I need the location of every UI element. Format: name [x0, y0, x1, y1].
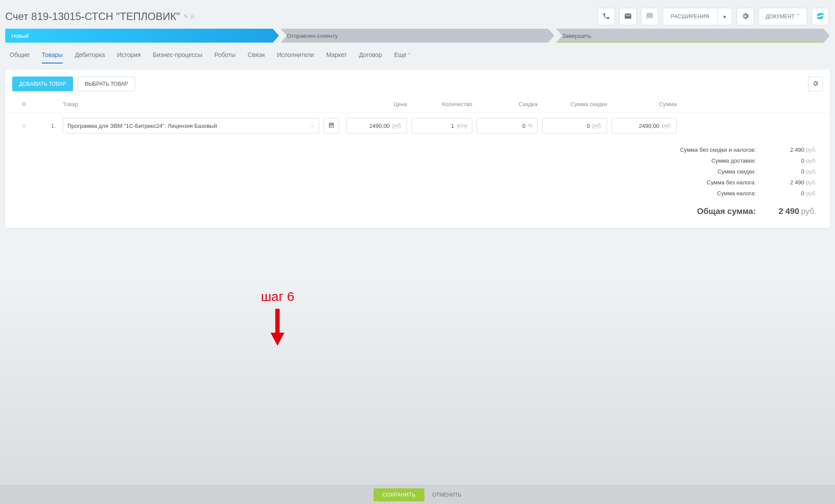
svg-marker-1	[271, 333, 284, 346]
image-button[interactable]	[324, 118, 339, 134]
discount-sum-input[interactable]: 0руб.	[542, 118, 607, 134]
tab-history[interactable]: История	[117, 51, 140, 63]
tab-more[interactable]: Еще	[394, 51, 411, 63]
step-annotation: шаг 6	[261, 289, 294, 346]
chevron-down-icon: ˅	[797, 13, 800, 20]
qty-input[interactable]: 1услу	[411, 118, 472, 134]
extensions-button[interactable]: РАСШИРЕНИЯ	[663, 8, 718, 25]
document-label: ДОКУМЕНТ	[766, 13, 795, 20]
price-input[interactable]: 2490,00руб.	[346, 118, 407, 134]
th-price: Цена	[346, 101, 407, 107]
chevron-down-icon: ▾	[723, 13, 726, 20]
save-button[interactable]: СОХРАНИТЬ	[374, 488, 424, 501]
th-product: Товар	[63, 101, 319, 107]
tabs: Общие Товары Дебиторка История Бизнес-пр…	[0, 45, 835, 63]
step-label: шаг 6	[261, 289, 294, 304]
table-row: ≡ 1. Программа для ЭВМ "1С-Битрикс24". Л…	[5, 113, 830, 138]
refresh-icon	[816, 12, 824, 21]
tab-products[interactable]: Товары	[42, 51, 63, 63]
arrow-right-icon[interactable]: →	[309, 123, 314, 129]
table-header: ⚙ Товар Цена Количество Скидка Сумма ски…	[5, 96, 830, 113]
th-sum: Сумма	[611, 101, 677, 107]
chat-button[interactable]	[641, 8, 658, 25]
tab-general[interactable]: Общие	[10, 51, 30, 63]
gear-icon	[741, 12, 749, 21]
th-qty: Количество	[411, 101, 472, 107]
stage-sent[interactable]: Отправлен клиенту	[281, 29, 554, 43]
phone-button[interactable]	[598, 8, 615, 25]
product-name: Программа для ЭВМ "1С-Битрикс24". Лиценз…	[67, 123, 217, 129]
stage-finish[interactable]: Завершить	[556, 29, 830, 43]
tab-debitorka[interactable]: Дебиторка	[75, 51, 105, 63]
stage-new[interactable]: Новый	[5, 29, 279, 43]
settings-button[interactable]	[737, 8, 754, 25]
page-title-text: Счет 819-13015-СТСН "ТЕПЛОВИК"	[5, 10, 180, 23]
stage-bar: Новый Отправлен клиенту Завершить	[0, 29, 835, 45]
th-discount: Скидка	[477, 101, 538, 107]
products-card: ДОБАВИТЬ ТОВАР ВЫБРАТЬ ТОВАР ⚙ Товар Цен…	[5, 70, 830, 228]
chat-icon	[646, 12, 654, 21]
extensions-dropdown[interactable]: ▾	[718, 8, 732, 25]
footer-bar: СОХРАНИТЬ ОТМЕНИТЬ	[0, 485, 835, 504]
add-product-button[interactable]: ДОБАВИТЬ ТОВАР	[12, 77, 73, 91]
select-product-button[interactable]: ВЫБРАТЬ ТОВАР	[77, 77, 135, 91]
document-button[interactable]: ДОКУМЕНТ ˅	[758, 8, 807, 25]
pencil-icon[interactable]: ✎	[184, 13, 189, 20]
link-icon[interactable]: ⎘	[190, 13, 194, 20]
grand-total: Общая сумма: 2 490руб.	[5, 199, 817, 218]
mail-button[interactable]	[619, 8, 637, 25]
mail-icon	[624, 12, 632, 21]
image-icon	[328, 122, 335, 130]
table-settings-button[interactable]	[808, 77, 823, 91]
tab-executors[interactable]: Исполнители	[277, 51, 314, 63]
row-number: 1.	[39, 123, 58, 129]
tab-market[interactable]: Маркет	[326, 51, 347, 63]
th-discount-sum: Сумма скидки	[542, 101, 607, 107]
tab-robots[interactable]: Роботы	[214, 51, 235, 63]
sum-input[interactable]: 2490,00руб.	[611, 118, 677, 134]
page-title: Счет 819-13015-СТСН "ТЕПЛОВИК" ✎ ⎘	[5, 10, 598, 23]
product-input[interactable]: Программа для ЭВМ "1С-Битрикс24". Лиценз…	[63, 118, 319, 134]
totals-block: Сумма без скидки и налогов:2 490руб. Сум…	[5, 138, 830, 218]
gear-icon[interactable]: ⚙	[21, 101, 27, 107]
tab-links[interactable]: Связи	[247, 51, 264, 63]
tab-contract[interactable]: Договор	[359, 51, 382, 63]
gear-icon	[812, 80, 819, 88]
tab-bp[interactable]: Бизнес-процессы	[153, 51, 202, 63]
discount-input[interactable]: 0%	[477, 118, 538, 134]
phone-icon	[602, 12, 610, 21]
refresh-button[interactable]	[812, 8, 829, 25]
cancel-button[interactable]: ОТМЕНИТЬ	[432, 492, 461, 498]
drag-handle-icon[interactable]: ≡	[13, 123, 35, 129]
